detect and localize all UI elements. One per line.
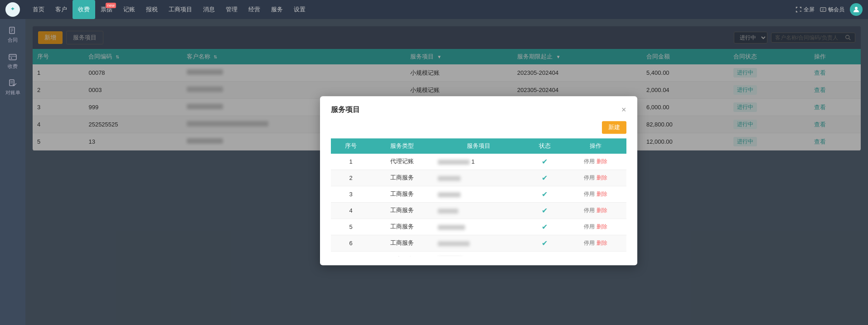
svg-rect-1 [820, 8, 826, 12]
user-avatar[interactable] [850, 3, 863, 16]
sidebar-item-contract[interactable]: 合同 [1, 23, 24, 47]
modal-close-button[interactable]: × [621, 105, 626, 115]
modal-scroll-area[interactable]: 序号 服务类型 服务项目 状态 操作 1 代理记账 1 ✔ 停用 删除 2 工商… [331, 138, 626, 256]
svg-point-2 [855, 7, 858, 10]
sidebar-label-fee: 收费 [8, 63, 18, 70]
list-item: 6 工商服务 ✔ 停用 删除 [331, 235, 626, 251]
modal-cell-status: ✔ [524, 202, 565, 218]
modal-cell-seq: 6 [331, 235, 371, 251]
main-layout: 合同 收费 对账单 新增 服务项目 进行中 已结束 全部 [0, 19, 868, 325]
modal-cell-type: 工商服务 [371, 186, 433, 202]
modal-header: 服务项目 × [331, 105, 626, 115]
fullscreen-button[interactable]: 全屏 [795, 6, 815, 14]
modal-cell-seq: 5 [331, 218, 371, 235]
left-sidebar: 合同 收费 对账单 [0, 19, 25, 325]
list-item: 4 工商服务 ✔ 停用 删除 [331, 202, 626, 218]
svg-point-9 [11, 58, 12, 59]
status-active-icon: ✔ [542, 158, 548, 165]
stop-button[interactable]: 停用 [584, 158, 595, 165]
stop-button[interactable]: 停用 [584, 190, 595, 198]
nav-customer[interactable]: 客户 [50, 0, 73, 19]
delete-button[interactable]: 删除 [596, 190, 607, 198]
modal-cell-action: 停用 删除 [565, 202, 626, 218]
modal-cell-action: 停用 删除 [565, 235, 626, 251]
nav-fee[interactable]: 收费 [73, 0, 95, 19]
nav-manage[interactable]: 管理 [220, 0, 243, 19]
sidebar-label-statement: 对账单 [5, 89, 20, 96]
nav-operation[interactable]: 经营 [243, 0, 266, 19]
nav-settings[interactable]: 设置 [288, 0, 311, 19]
stop-button[interactable]: 停用 [584, 174, 595, 182]
modal-cell-item: 1 [432, 154, 524, 170]
modal-cell-type: 工商服务 [371, 235, 433, 251]
delete-button[interactable]: 删除 [596, 158, 607, 165]
modal-cell-item [432, 186, 524, 202]
modal-cell-item [432, 218, 524, 235]
service-item-modal: 服务项目 × 新建 序号 服务类型 服务项目 状态 操作 [320, 96, 637, 265]
modal-new-button[interactable]: 新建 [602, 121, 626, 134]
status-active-icon: ✔ [542, 256, 548, 256]
member-button[interactable]: 畅会员 [820, 6, 844, 14]
modal-cell-seq: 3 [331, 186, 371, 202]
modal-cell-status: ✔ [524, 235, 565, 251]
modal-cell-item [432, 170, 524, 186]
modal-cell-action: 停用 删除 [565, 186, 626, 202]
delete-button[interactable]: 删除 [596, 239, 607, 247]
modal-cell-type: 工商服务 [371, 170, 433, 186]
sidebar-label-contract: 合同 [8, 37, 18, 44]
main-content: 新增 服务项目 进行中 已结束 全部 序号 [25, 19, 868, 325]
stop-button[interactable]: 停用 [584, 207, 595, 214]
delete-button[interactable]: 删除 [596, 223, 607, 231]
modal-cell-action: 停用 删除 [565, 154, 626, 170]
modal-cell-action: 停用 删除 [565, 218, 626, 235]
list-item: 3 工商服务 ✔ 停用 删除 [331, 186, 626, 202]
delete-button[interactable]: 删除 [596, 207, 607, 214]
list-item: 5 工商服务 ✔ 停用 删除 [331, 218, 626, 235]
modal-cell-type: 工商服务 [371, 218, 433, 235]
sidebar-item-fee[interactable]: 收费 [1, 49, 24, 73]
sidebar-item-statement[interactable]: 对账单 [1, 75, 24, 100]
stop-button[interactable]: 停用 [584, 256, 595, 256]
status-active-icon: ✔ [542, 239, 548, 247]
list-item: 1 代理记账 1 ✔ 停用 删除 [331, 154, 626, 170]
modal-col-type: 服务类型 [371, 138, 433, 154]
delete-button[interactable]: 删除 [596, 174, 607, 182]
modal-cell-action: 停用 删除 [565, 170, 626, 186]
modal-cell-seq: 4 [331, 202, 371, 218]
nav-invoice[interactable]: 票据 new [95, 0, 118, 19]
nav-tax[interactable]: 报税 [141, 0, 163, 19]
svg-rect-7 [9, 54, 16, 60]
modal-cell-action: 停用 删除 [565, 251, 626, 256]
modal-col-action: 操作 [565, 138, 626, 154]
modal-cell-seq: 7 [331, 251, 371, 256]
nav-bizproject[interactable]: 工商项目 [163, 0, 198, 19]
modal-cell-status: ✔ [524, 170, 565, 186]
delete-button[interactable]: 删除 [596, 256, 607, 256]
status-active-icon: ✔ [542, 223, 548, 231]
new-badge: new [106, 3, 116, 8]
status-active-icon: ✔ [542, 207, 548, 214]
stop-button[interactable]: 停用 [584, 223, 595, 231]
nav-right-area: 全屏 畅会员 [795, 3, 863, 16]
modal-cell-type: 工商服务 [371, 251, 433, 256]
modal-cell-status: ✔ [524, 218, 565, 235]
status-active-icon: ✔ [542, 190, 548, 198]
modal-cell-type: 工商服务 [371, 202, 433, 218]
nav-service[interactable]: 服务 [266, 0, 288, 19]
modal-toolbar: 新建 [331, 121, 626, 134]
modal-cell-item [432, 202, 524, 218]
nav-bookkeeping[interactable]: 记账 [118, 0, 141, 19]
modal-cell-item [432, 251, 524, 256]
list-item: 7 工商服务 ✔ 停用 删除 [331, 251, 626, 256]
modal-cell-status: ✔ [524, 154, 565, 170]
modal-cell-seq: 1 [331, 154, 371, 170]
nav-home[interactable]: 首页 [27, 0, 50, 19]
service-item-table: 序号 服务类型 服务项目 状态 操作 1 代理记账 1 ✔ 停用 删除 2 工商… [331, 138, 626, 256]
list-item: 2 工商服务 ✔ 停用 删除 [331, 170, 626, 186]
nav-message[interactable]: 消息 [198, 0, 220, 19]
modal-cell-type: 代理记账 [371, 154, 433, 170]
modal-col-item: 服务项目 [432, 138, 524, 154]
modal-cell-item [432, 235, 524, 251]
stop-button[interactable]: 停用 [584, 239, 595, 247]
modal-cell-seq: 2 [331, 170, 371, 186]
